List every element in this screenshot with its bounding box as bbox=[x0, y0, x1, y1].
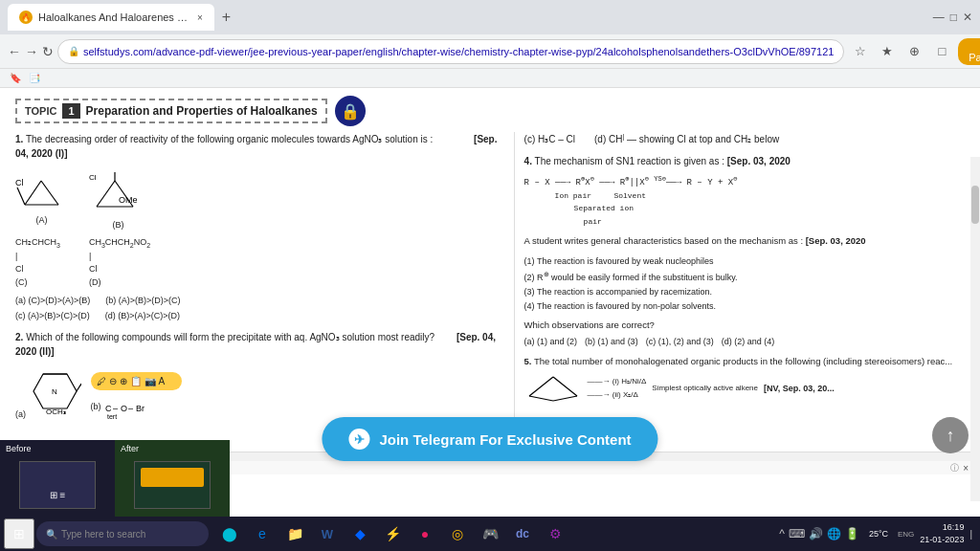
browser-action-buttons: ☆ ★ ⊕ □ A Paused ⋮ bbox=[848, 38, 980, 65]
thumb-before-icons: ⊞ ≡ bbox=[50, 485, 66, 502]
q2-mol-b-label: (b) bbox=[91, 401, 101, 414]
svg-text:C: C bbox=[105, 404, 112, 413]
q4-ref2: [Sep. 03, 2020 bbox=[806, 235, 866, 246]
history-icon[interactable]: □ bbox=[930, 39, 954, 64]
taskbar-search-bar[interactable]: 🔍 Type here to search bbox=[36, 521, 209, 546]
question-2: 2. Which of the following compounds will… bbox=[15, 330, 504, 359]
search-placeholder-text: Type here to search bbox=[61, 529, 145, 540]
q4-number: 4. bbox=[524, 156, 532, 166]
question-5: 5. The total number of monohalogenated o… bbox=[524, 355, 965, 368]
q2-number: 2. bbox=[15, 332, 23, 342]
topic-box: TOPIC 1 Preparation and Properties of Ha… bbox=[15, 99, 327, 123]
vertical-scrollbar[interactable] bbox=[970, 157, 980, 501]
taskbar-app-word[interactable]: W bbox=[312, 518, 343, 549]
address-bar[interactable]: 🔒 selfstudys.com/advance-pdf-viewer/jee-… bbox=[57, 39, 844, 64]
telegram-icon: ✈ bbox=[348, 429, 369, 450]
q1-opt-a: (a) (C)>(D)>(A)>(B) bbox=[15, 293, 90, 308]
bookmark-2[interactable]: 📑 bbox=[29, 73, 40, 83]
new-tab-button[interactable]: + bbox=[214, 9, 238, 26]
taskbar-app-cortana[interactable]: ⬤ bbox=[214, 518, 245, 549]
q5-text: The total number of monohalogenated orga… bbox=[534, 356, 952, 366]
ad-close-button[interactable]: × bbox=[963, 463, 969, 474]
more-btn[interactable]: A bbox=[159, 374, 166, 388]
taskbar-app-discord[interactable]: dc bbox=[507, 518, 538, 549]
molecule-d-formula: CH3CHCH2NO2 | Cl (D) bbox=[89, 236, 150, 290]
search-icon: 🔍 bbox=[46, 529, 57, 540]
obs-3: (3) The reaction is accompanied by racem… bbox=[524, 285, 965, 299]
q1-opt-d: (d) (B)>(A)>(C)>(D) bbox=[105, 308, 180, 323]
scroll-to-top-button[interactable]: ↑ bbox=[932, 417, 969, 453]
q2-mol-a-svg: N Br OCH₃ bbox=[29, 364, 81, 417]
question-1: 1. The decreasing order of reactivity of… bbox=[15, 132, 504, 161]
thumbnail-after[interactable]: After bbox=[115, 440, 230, 517]
svg-text:Cl: Cl bbox=[15, 178, 24, 187]
thumb-before-label: Before bbox=[6, 444, 32, 453]
q4-opt-d: (d) (2) and (4) bbox=[722, 336, 775, 349]
start-button[interactable]: ⊞ bbox=[4, 518, 34, 549]
show-desktop-button[interactable]: | bbox=[969, 529, 972, 540]
share-btn[interactable]: 📋 bbox=[130, 374, 142, 388]
time-display: 16:19 bbox=[920, 521, 964, 534]
svg-line-24 bbox=[553, 377, 577, 396]
mol-d-label: (D) bbox=[89, 277, 101, 287]
thumbnail-strip: Before ⊞ ≡ After bbox=[0, 440, 230, 517]
taskbar-app-settings[interactable]: ⚙ bbox=[540, 518, 570, 549]
extensions-icon[interactable]: ⊕ bbox=[903, 39, 927, 64]
copy-btn[interactable]: ⊖ bbox=[109, 374, 117, 388]
q4-opt-a: (a) (1) and (2) bbox=[524, 336, 578, 349]
eng-label: ENG bbox=[898, 530, 914, 539]
molecule-a: Cl (A) bbox=[15, 166, 68, 228]
svg-text:OMe: OMe bbox=[119, 195, 138, 205]
thumbnail-before[interactable]: Before ⊞ ≡ bbox=[0, 440, 115, 517]
pdf-columns: 1. The decreasing order of reactivity of… bbox=[15, 132, 965, 452]
tab-close-button[interactable]: × bbox=[197, 12, 203, 23]
svg-line-3 bbox=[17, 187, 25, 205]
svg-line-26 bbox=[553, 396, 577, 401]
taskbar-app-edge[interactable]: e bbox=[247, 518, 278, 549]
taskbar-app-chrome[interactable]: ◎ bbox=[442, 518, 473, 549]
q5-reaction-2: ——→ (ii) X₂/Δ bbox=[588, 389, 647, 401]
bookmark-icon[interactable]: ☆ bbox=[848, 39, 872, 64]
bookmark-1[interactable]: 🔖 bbox=[10, 73, 21, 83]
volume-icon[interactable]: 🔊 bbox=[809, 527, 823, 540]
keyboard-icon[interactable]: ⌨ bbox=[789, 527, 805, 540]
q4-which: Which observations are correct? bbox=[524, 319, 965, 332]
paused-button[interactable]: A Paused bbox=[958, 38, 980, 65]
telegram-button[interactable]: ✈ Join Telegram For Exclusive Content bbox=[322, 417, 657, 461]
taskbar-app-dropbox[interactable]: ◆ bbox=[345, 518, 375, 549]
molecule-b: Cl OMe (B) bbox=[87, 166, 149, 232]
reload-button[interactable]: ↻ bbox=[42, 38, 54, 65]
caret-up-icon[interactable]: ^ bbox=[779, 527, 785, 540]
profile-icon[interactable]: ★ bbox=[876, 39, 900, 64]
highlight-btn[interactable]: 🖊 bbox=[97, 374, 106, 388]
q4-opt-c: (c) (1), (2) and (3) bbox=[646, 336, 714, 349]
opt-d-haloalkane: (d) CH| — showing Cl at top and CH₂ belo… bbox=[594, 132, 779, 146]
active-tab[interactable]: 🔥 Haloalkanes And Haloarenes JEE × bbox=[8, 4, 214, 31]
molecule-b-svg: Cl OMe bbox=[87, 166, 149, 219]
q2-molecules: (a) N Br OCH₃ bbox=[15, 364, 504, 422]
minimize-button[interactable]: — bbox=[933, 11, 945, 24]
taskbar-app-game[interactable]: 🎮 bbox=[475, 518, 505, 549]
network-icon[interactable]: 🌐 bbox=[827, 527, 841, 540]
maximize-button[interactable]: □ bbox=[950, 11, 957, 24]
date-display: 21-01-2023 bbox=[920, 534, 964, 546]
battery-icon[interactable]: 🔋 bbox=[845, 527, 859, 540]
bookmark-btn[interactable]: ⊕ bbox=[120, 374, 127, 388]
telegram-button-text: Join Telegram For Exclusive Content bbox=[379, 431, 631, 448]
forward-button[interactable]: → bbox=[25, 38, 38, 65]
pdf-highlight-toolbar: 🖊 ⊖ ⊕ 📋 📷 A (b) C – bbox=[91, 372, 182, 421]
taskbar-app-spark[interactable]: ⚡ bbox=[377, 518, 408, 549]
q5-reaction-1: ——→ (i) H₂/Ni/Δ bbox=[588, 376, 647, 387]
q1-options-row1: (a) (C)>(D)>(A)>(B) (b) (A)>(B)>(D)>(C) bbox=[15, 293, 504, 308]
taskbar-app-circle[interactable]: ● bbox=[410, 518, 440, 549]
taskbar-app-explorer[interactable]: 📁 bbox=[279, 518, 310, 549]
q5-note: Simplest optically active alkene bbox=[652, 383, 758, 394]
camera-btn[interactable]: 📷 bbox=[145, 374, 156, 388]
q4-options: (a) (1) and (2) (b) (1) and (3) (c) (1),… bbox=[524, 336, 965, 349]
q4-opt-b: (b) (1) and (3) bbox=[585, 336, 638, 349]
close-window-button[interactable]: ✕ bbox=[963, 11, 972, 24]
browser-controls: ← → ↻ 🔒 selfstudys.com/advance-pdf-viewe… bbox=[0, 34, 980, 69]
v-scroll-thumb[interactable] bbox=[971, 186, 979, 224]
back-button[interactable]: ← bbox=[8, 38, 21, 65]
q5-reaction-arrows: ——→ (i) H₂/Ni/Δ ——→ (ii) X₂/Δ bbox=[588, 376, 647, 401]
